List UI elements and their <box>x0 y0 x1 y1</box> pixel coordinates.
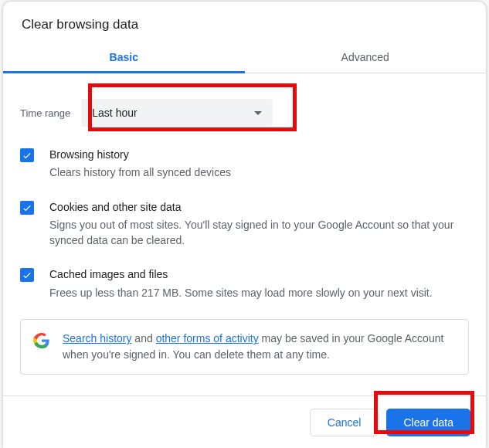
checkbox-cache[interactable] <box>20 268 34 282</box>
other-activity-link[interactable]: other forms of activity <box>156 332 259 344</box>
search-history-link[interactable]: Search history <box>63 332 131 344</box>
option-title: Browsing history <box>49 147 231 162</box>
time-range-row: Time range Last hour <box>20 99 469 127</box>
check-icon <box>22 202 32 213</box>
option-cache: Cached images and files Frees up less th… <box>20 266 469 300</box>
google-account-info: Search history and other forms of activi… <box>20 319 469 375</box>
option-text: Cached images and files Frees up less th… <box>49 266 433 300</box>
cancel-button[interactable]: Cancel <box>310 409 379 436</box>
time-range-select[interactable]: Last hour <box>81 99 273 127</box>
option-text: Cookies and other site data Signs you ou… <box>49 199 469 249</box>
tab-basic[interactable]: Basic <box>3 43 245 73</box>
option-desc: Signs you out of most sites. You'll stay… <box>49 217 469 249</box>
dialog-content: Time range Last hour Browsing history Cl… <box>3 83 486 395</box>
info-text: Search history and other forms of activi… <box>63 331 456 363</box>
tabs: Basic Advanced <box>3 43 486 73</box>
check-icon <box>22 150 32 161</box>
option-cookies: Cookies and other site data Signs you ou… <box>20 199 469 249</box>
time-range-label: Time range <box>20 107 70 119</box>
option-browsing-history: Browsing history Clears history from all… <box>20 147 469 181</box>
checkbox-browsing-history[interactable] <box>20 148 34 162</box>
clear-browsing-data-dialog: Clear browsing data Basic Advanced Time … <box>3 2 486 448</box>
option-desc: Frees up less than 217 MB. Some sites ma… <box>49 285 433 300</box>
time-range-value: Last hour <box>92 107 137 119</box>
dialog-footer: Cancel Clear data <box>3 395 486 448</box>
dialog-title: Clear browsing data <box>3 2 486 43</box>
option-title: Cached images and files <box>49 266 433 282</box>
chevron-down-icon <box>254 111 262 115</box>
tab-advanced[interactable]: Advanced <box>245 43 487 73</box>
clear-data-button[interactable]: Clear data <box>386 409 470 436</box>
option-desc: Clears history from all synced devices <box>49 165 231 180</box>
checkbox-cookies[interactable] <box>20 201 34 215</box>
google-logo-icon <box>33 332 50 349</box>
option-title: Cookies and other site data <box>49 199 469 215</box>
option-text: Browsing history Clears history from all… <box>49 147 231 181</box>
check-icon <box>22 270 32 280</box>
